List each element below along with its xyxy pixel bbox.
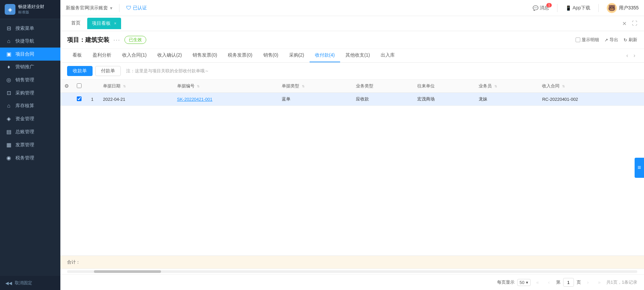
tab-project-board[interactable]: 项目看板 × <box>87 18 121 29</box>
sidebar-item-label: 采购管理 <box>15 90 34 96</box>
project-more-button[interactable]: ··· <box>113 37 120 44</box>
sub-tab-kanban[interactable]: 看板 <box>67 49 87 62</box>
tab-home[interactable]: 首页 <box>66 16 86 31</box>
next-page-button[interactable]: › <box>584 278 592 287</box>
payment-filter-button[interactable]: 付款单 <box>95 66 121 76</box>
close-window-button[interactable]: ✕ <box>621 19 628 28</box>
main-area: 新服务官网演示账套 ▾ 🛡 已认证 💬 消息 1 📱 App下载 🐻 用户335… <box>60 0 644 290</box>
show-detail-checkbox[interactable] <box>576 38 580 42</box>
sidebar-item-marketing[interactable]: ♦ 营销推广 <box>0 61 60 73</box>
sidebar-unpin-button[interactable]: ◀◀ 取消固定 <box>0 276 60 290</box>
topbar-right: 💬 消息 1 📱 App下载 🐻 用户3355 <box>533 3 639 13</box>
per-page-value: 50 <box>520 280 524 285</box>
per-page-dropdown-icon: ▾ <box>526 280 528 285</box>
td-type: 蓝单 <box>278 93 352 106</box>
sidebar-item-purchase[interactable]: ⊡ 采购管理 <box>0 86 60 99</box>
sub-tab-tax-invoice[interactable]: 税务发票(0) <box>222 49 258 62</box>
project-dropdown-icon[interactable]: ▾ <box>110 5 112 11</box>
page-unit: 页 <box>577 279 581 285</box>
sidebar-item-search[interactable]: ⊟ 搜索菜单 <box>0 22 60 35</box>
select-all-checkbox[interactable] <box>77 83 82 88</box>
th-code[interactable]: 单据编号 ⇅ <box>173 80 278 93</box>
user-menu[interactable]: 🐻 用户3355 <box>607 3 639 13</box>
refresh-icon: ↻ <box>624 38 627 43</box>
first-page-button[interactable]: « <box>533 278 542 287</box>
refresh-button[interactable]: ↻ 刷新 <box>624 37 637 43</box>
sort-contract-icon: ⇅ <box>562 84 565 88</box>
td-partner: 宏茂商场 <box>413 93 475 106</box>
sidebar-item-label: 资金管理 <box>15 116 34 122</box>
tab-project-board-label: 项目看板 <box>92 20 111 26</box>
sub-tab-purchase[interactable]: 采购(2) <box>284 49 310 62</box>
hscrollbar-track[interactable] <box>67 270 637 273</box>
prev-page-button[interactable]: ‹ <box>545 278 553 287</box>
certified-label: 已认证 <box>133 5 147 11</box>
sidebar-item-tax[interactable]: ◉ 税务管理 <box>0 151 60 164</box>
document-link[interactable]: SK-20220421-001 <box>177 97 213 102</box>
sub-tab-next-button[interactable]: › <box>632 51 637 60</box>
sub-tab-receipts[interactable]: 收付款(4) <box>310 49 340 62</box>
purchase-icon: ⊡ <box>5 90 12 96</box>
message-button[interactable]: 💬 消息 1 <box>533 5 549 11</box>
gear-icon[interactable]: ⚙ <box>64 83 69 89</box>
td-gear <box>60 93 73 106</box>
table-container: ⚙ 单据日期 ⇅ 单据编号 ⇅ <box>60 80 644 256</box>
sub-tab-income-contract[interactable]: 收入合同(1) <box>117 49 152 62</box>
page-label: 第 <box>556 279 560 285</box>
show-detail-label: 显示明细 <box>582 37 599 43</box>
page-number-input[interactable] <box>563 278 574 287</box>
sidebar-item-funds[interactable]: ◈ 资金管理 <box>0 112 60 125</box>
sidebar-item-inventory[interactable]: ⌂ 库存核算 <box>0 99 60 112</box>
project-title-prefix: 项目： <box>67 37 85 43</box>
refresh-label: 刷新 <box>629 37 637 43</box>
right-float-button[interactable]: ≡ <box>635 158 644 178</box>
td-date: 2022-04-21 <box>99 93 173 106</box>
per-page-select[interactable]: 50 ▾ <box>517 279 530 286</box>
sub-tab-prev-button[interactable]: ‹ <box>624 51 630 60</box>
td-code[interactable]: SK-20220421-001 <box>173 93 278 106</box>
th-income-contract[interactable]: 收入合同 ⇅ <box>538 80 644 93</box>
sidebar-item-project[interactable]: ▣ 项目合同 <box>0 48 60 61</box>
logo-icon: ◈ <box>5 4 15 15</box>
sub-tab-income-confirm[interactable]: 收入确认(2) <box>152 49 187 62</box>
topbar-divider <box>119 4 119 12</box>
sub-tab-sales[interactable]: 销售(0) <box>258 49 284 62</box>
th-checkbox <box>73 80 86 93</box>
last-page-button[interactable]: » <box>595 278 604 287</box>
sort-salesperson-icon: ⇅ <box>494 84 497 88</box>
user-label: 用户3355 <box>619 5 639 11</box>
th-gear[interactable]: ⚙ <box>60 80 73 93</box>
tabbar-right: ✕ ⛶ <box>621 19 639 28</box>
content-panel: 项目：建筑安装 ··· 已生效 显示明细 ↗ 导出 ↻ 刷新 <box>60 31 644 290</box>
hscrollbar-thumb[interactable] <box>94 270 161 273</box>
tab-close-icon[interactable]: × <box>114 21 116 26</box>
th-salesperson[interactable]: 业务员 ⇅ <box>475 80 538 93</box>
receipt-filter-button[interactable]: 收款单 <box>67 66 93 76</box>
sidebar-item-quicknav[interactable]: ⌂ 快捷导航 <box>0 35 60 48</box>
app-download-button[interactable]: 📱 App下载 <box>566 5 590 11</box>
sub-tab-other-income[interactable]: 其他收支(1) <box>340 49 375 62</box>
sub-tab-sales-invoice[interactable]: 销售发票(0) <box>187 49 222 62</box>
topbar-divider3 <box>598 4 599 12</box>
sidebar-item-label: 搜索菜单 <box>15 25 34 31</box>
th-date[interactable]: 单据日期 ⇅ <box>99 80 173 93</box>
sidebar-item-invoice[interactable]: ▦ 发票管理 <box>0 138 60 151</box>
sub-tab-profit[interactable]: 盈利分析 <box>87 49 117 62</box>
export-button[interactable]: ↗ 导出 <box>604 37 618 43</box>
show-detail-button[interactable]: 显示明细 <box>576 37 599 43</box>
app-label: App下载 <box>573 5 590 11</box>
th-partner: 往来单位 <box>413 80 475 93</box>
sub-tab-inout[interactable]: 出入库 <box>375 49 400 62</box>
row-checkbox[interactable] <box>77 96 82 101</box>
fullscreen-button[interactable]: ⛶ <box>631 19 639 28</box>
sidebar-item-label: 快捷导航 <box>15 38 34 44</box>
project-title-name: 建筑安装 <box>85 37 109 43</box>
sidebar-item-ledger[interactable]: ▤ 总账管理 <box>0 125 60 138</box>
export-icon: ↗ <box>604 38 608 43</box>
sidebar-item-label: 销售管理 <box>15 77 34 83</box>
project-title: 项目：建筑安装 <box>67 36 109 44</box>
table-header-row: ⚙ 单据日期 ⇅ 单据编号 ⇅ <box>60 80 644 93</box>
logo-sub: 标准版 <box>18 10 44 15</box>
th-type[interactable]: 单据类型 ⇅ <box>278 80 352 93</box>
sidebar-item-sales[interactable]: ◎ 销售管理 <box>0 73 60 86</box>
